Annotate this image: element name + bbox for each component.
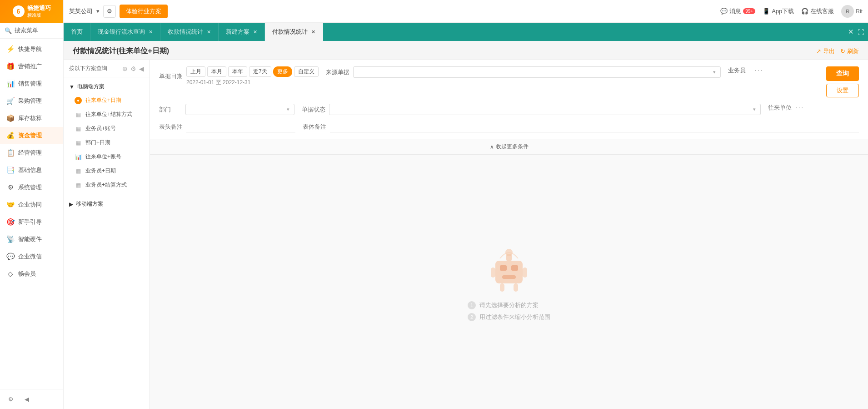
tabbar-actions: ✕ ⛶ — [844, 23, 868, 41]
scheme-item-5[interactable]: ▦ 业务员+日期 — [64, 164, 150, 178]
tab-receipt-stats[interactable]: 收款情况统计 ✕ — [160, 23, 219, 41]
scheme-item-2-label: 业务员+账号 — [85, 125, 116, 132]
scheme-item-3-label: 部门+日期 — [85, 139, 110, 146]
svg-rect-8 — [500, 283, 504, 292]
close-all-tabs-button[interactable]: ✕ — [848, 28, 854, 36]
filter-dept-item: 部门 ▾ — [159, 104, 294, 115]
nav7-icon: 📑 — [6, 166, 15, 174]
sidebar-item-nav13[interactable]: ◇ 畅会员 — [0, 265, 63, 283]
sidebar-item-nav4[interactable]: 📦 库存核算 — [0, 110, 63, 127]
tab-receipt-stats-close[interactable]: ✕ — [207, 29, 211, 35]
tip-2-text: 用过滤条件来缩小分析范围 — [479, 313, 550, 321]
source-select[interactable]: ▾ — [353, 66, 721, 78]
online-service-button[interactable]: 🎧 在线客服 — [801, 7, 834, 15]
sidebar-collapse-button[interactable]: ◀ — [21, 394, 33, 404]
dept-select[interactable]: ▾ — [185, 104, 294, 115]
message-label: 消息 — [729, 7, 741, 15]
tab-new-scheme[interactable]: 新建方案 ✕ — [219, 23, 265, 41]
sidebar-item-nav2[interactable]: 📊 销售管理 — [0, 75, 63, 92]
nav11-icon: 📡 — [6, 235, 15, 243]
nav10-label: 新手引导 — [18, 218, 42, 226]
message-button[interactable]: 💬 消息 99+ — [720, 7, 755, 15]
scheme-item-2[interactable]: ▦ 业务员+账号 — [64, 121, 150, 136]
main-content: 单据日期 上月 本月 本年 近7天 更多 自定义 20 — [150, 60, 868, 409]
sidebar-item-nav0[interactable]: ⚡ 快捷导航 — [0, 40, 63, 58]
filter-date-item: 单据日期 上月 本月 本年 近7天 更多 自定义 20 — [159, 66, 319, 86]
sidebar-item-nav7[interactable]: 📑 基础信息 — [0, 162, 63, 179]
fullscreen-button[interactable]: ⛶ — [858, 28, 864, 36]
tab-cash-flow[interactable]: 现金银行流水查询 ✕ — [90, 23, 160, 41]
sidebar-item-nav11[interactable]: 📡 智能硬件 — [0, 231, 63, 248]
date-btn-this-year[interactable]: 本年 — [228, 66, 247, 77]
topbar: 某某公司 ▾ ⚙ 体验行业方案 💬 消息 99+ 📱 App下载 🎧 在线客服 … — [64, 0, 868, 23]
scheme-collapse-button[interactable]: ◀ — [139, 65, 144, 72]
sidebar-item-nav1[interactable]: 🎁 营销推广 — [0, 58, 63, 75]
refresh-button[interactable]: ↻ 刷新 — [840, 47, 859, 56]
sidebar-settings-button[interactable]: ⚙ — [5, 394, 17, 404]
refresh-label: 刷新 — [847, 47, 859, 56]
sidebar-item-nav9[interactable]: 🤝 企业协同 — [0, 196, 63, 213]
scheme-item-0[interactable]: ● 往来单位+日期 — [64, 93, 150, 107]
dept-label: 部门 — [159, 106, 182, 114]
app-download-button[interactable]: 📱 App下载 — [763, 7, 794, 15]
sidebar-item-nav10[interactable]: 🎯 新手引导 — [0, 213, 63, 231]
scheme-group-desktop-title[interactable]: ▼ 电脑端方案 — [64, 80, 150, 93]
scheme-group-mobile-title[interactable]: ▶ 移动端方案 — [64, 197, 150, 211]
scheme-sidebar-tools: ⊕ ⚙ ◀ — [122, 65, 144, 72]
company-dropdown-button[interactable]: ▾ — [96, 8, 100, 15]
date-btn-7days[interactable]: 近7天 — [249, 66, 271, 77]
docstatus-select[interactable]: ▾ — [329, 104, 761, 115]
sidebar-item-nav8[interactable]: ⚙ 系统管理 — [0, 179, 63, 196]
bodynote-input[interactable] — [330, 121, 859, 132]
query-button[interactable]: 查询 — [826, 66, 859, 81]
salesman-dots-button[interactable]: ··· — [754, 66, 763, 75]
sidebar-item-nav5[interactable]: 💰 资金管理 — [0, 127, 63, 144]
date-btn-more[interactable]: 更多 — [273, 66, 292, 77]
collapse-bar[interactable]: ∧ 收起更多条件 — [150, 139, 868, 154]
sidebar-item-nav12[interactable]: 💬 企业微信 — [0, 248, 63, 265]
sidebar-item-nav3[interactable]: 🛒 采购管理 — [0, 92, 63, 110]
scheme-item-3[interactable]: ▦ 部门+日期 — [64, 136, 150, 150]
tip-num-2: 2 — [468, 313, 476, 321]
date-btn-last-month[interactable]: 上月 — [186, 66, 205, 77]
sidebar-search[interactable]: 🔍 搜索菜单 — [0, 23, 63, 39]
scheme-item-4[interactable]: 📊 往来单位+账号 — [64, 150, 150, 164]
trial-button[interactable]: 体验行业方案 — [120, 5, 168, 18]
empty-icon — [486, 242, 532, 294]
filter-headernote-item: 表头备注 — [159, 121, 295, 132]
nav3-icon: 🛒 — [6, 97, 15, 105]
tab-payment-stats[interactable]: 付款情况统计 ✕ — [265, 23, 323, 41]
scheme-item-6[interactable]: ▦ 业务员+结算方式 — [64, 178, 150, 192]
export-button[interactable]: ↗ 导出 — [816, 47, 835, 56]
page-header: 付款情况统计(往来单位+日期) ↗ 导出 ↻ 刷新 — [64, 41, 868, 60]
tab-receipt-stats-label: 收款情况统计 — [168, 28, 203, 36]
tab-cash-flow-close[interactable]: ✕ — [149, 29, 153, 35]
nav4-label: 库存核算 — [18, 114, 42, 122]
scheme-item-6-icon: ▦ — [75, 182, 82, 189]
tab-cash-flow-label: 现金银行流水查询 — [98, 28, 145, 36]
scheme-add-button[interactable]: ⊕ — [122, 65, 128, 72]
user-menu[interactable]: R Rit — [841, 5, 863, 18]
nav11-label: 智能硬件 — [18, 235, 42, 243]
source-label: 来源单据 — [326, 68, 349, 76]
app-download-label: App下载 — [772, 7, 794, 15]
page-title: 付款情况统计(往来单位+日期) — [73, 46, 169, 56]
sidebar-item-nav6[interactable]: 📋 经营管理 — [0, 144, 63, 162]
headernote-input[interactable] — [186, 121, 295, 132]
content-wrapper: 按以下方案查询 ⊕ ⚙ ◀ ▼ 电脑端方案 ● 往来单位+日期 ▦ — [64, 60, 868, 409]
tab-payment-stats-close[interactable]: ✕ — [311, 29, 315, 35]
gear-button[interactable]: ⚙ — [103, 5, 116, 18]
nav12-label: 企业微信 — [18, 252, 42, 261]
filter-relatedunit-item: 往来单位 ··· — [768, 104, 859, 112]
date-btn-this-month[interactable]: 本月 — [207, 66, 226, 77]
date-btn-custom[interactable]: 自定义 — [294, 66, 319, 77]
relatedunit-dots-button[interactable]: ··· — [795, 104, 804, 112]
filter-settings-button[interactable]: 设置 — [826, 84, 859, 97]
scheme-settings-button[interactable]: ⚙ — [130, 65, 136, 72]
tab-home[interactable]: 首页 — [64, 23, 90, 41]
scheme-item-5-icon: ▦ — [75, 167, 82, 175]
scheme-item-1[interactable]: ▦ 往来单位+结算方式 — [64, 107, 150, 121]
nav12-icon: 💬 — [6, 252, 15, 261]
nav13-icon: ◇ — [6, 270, 15, 278]
tab-new-scheme-close[interactable]: ✕ — [253, 29, 257, 35]
